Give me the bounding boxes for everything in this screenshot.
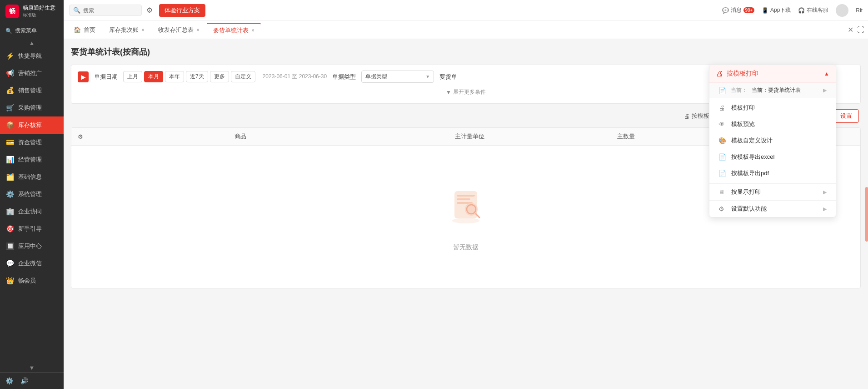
empty-text: 暂无数据 — [453, 243, 479, 252]
order-type-select[interactable]: 单据类型 ▼ — [361, 71, 434, 83]
empty-illustration — [443, 182, 489, 227]
tab-close-inventory-batch[interactable]: × — [141, 27, 145, 33]
print-dropdown-icon: 🖨 — [716, 70, 723, 78]
sidebar-scroll-up[interactable]: ▲ — [0, 38, 64, 47]
window-close-btn[interactable]: ✕ — [848, 25, 853, 34]
date-buttons: 上月 本月 本年 近7天 更多 自定义 — [123, 71, 255, 82]
operations-icon: 📊 — [5, 156, 15, 164]
wxwork-icon: 💬 — [5, 259, 15, 268]
home-icon: 🏠 — [74, 26, 81, 33]
sidebar-item-shortcut[interactable]: ⚡ 快捷导航 — [0, 47, 64, 65]
sidebar-item-finance[interactable]: 💳 资金管理 — [0, 134, 64, 151]
template-excel-icon: 📄 — [718, 153, 727, 161]
template-print-item[interactable]: 🖨 模板打印 — [709, 100, 836, 116]
topbar-search-input[interactable] — [83, 7, 138, 14]
topbar-username[interactable]: Rit — [856, 7, 863, 14]
th-goods: 商品 — [90, 132, 391, 141]
tab-inventory-batch[interactable]: 库存批次账 × — [103, 23, 151, 37]
trial-button[interactable]: 体验行业方案 — [159, 4, 205, 17]
template-pdf-item[interactable]: 📄 按模板导出pdf — [709, 165, 836, 182]
template-preview-icon: 👁 — [718, 121, 727, 128]
sidebar-item-marketing[interactable]: 📢 营销推广 — [0, 65, 64, 82]
template-excel-item[interactable]: 📄 按模板导出excel — [709, 149, 836, 165]
date-btn-last-month[interactable]: 上月 — [123, 71, 142, 82]
print-dropdown-menu: 🖨 按模板打印 ▲ 📄 当前： 当前：要货单统计表 ▶ 🖨 模板打印 👁 模板预… — [709, 65, 836, 217]
sidebar-label-inventory: 库存核算 — [18, 121, 42, 129]
filter-expand-button[interactable]: ▶ — [78, 71, 89, 82]
sidebar-label-wxwork: 企业微信 — [18, 259, 42, 268]
sidebar-label-basic: 基础信息 — [18, 173, 42, 181]
user-avatar[interactable] — [836, 4, 848, 17]
phone-icon: 📱 — [762, 7, 768, 14]
sidebar-nav: ⚡ 快捷导航 📢 营销推广 💰 销售管理 🛒 采购管理 📦 库存核算 💳 资金管… — [0, 47, 64, 363]
sidebar-item-guide[interactable]: 🎯 新手引导 — [0, 220, 64, 237]
tab-order-stats[interactable]: 要货单统计表 × — [207, 23, 261, 37]
sidebar-scroll-down[interactable]: ▼ — [0, 363, 64, 372]
template-preview-item[interactable]: 👁 模板预览 — [709, 116, 836, 132]
messages-label: 消息 — [731, 6, 742, 14]
sidebar-item-wxwork[interactable]: 💬 企业微信 — [0, 255, 64, 272]
set-default-item[interactable]: ⚙ 设置默认功能 ▶ — [709, 200, 836, 217]
tab-home[interactable]: 🏠 首页 — [67, 23, 102, 37]
speaker-bottom-icon[interactable]: 🔊 — [20, 377, 28, 384]
app-subtitle: 标准版 — [23, 12, 55, 18]
message-badge: 99+ — [743, 7, 754, 13]
current-template-item: 📄 当前： 当前：要货单统计表 ▶ — [709, 83, 836, 98]
current-template-arrow[interactable]: ▶ — [823, 87, 827, 93]
th-settings[interactable]: ⚙ — [71, 133, 90, 140]
sidebar-item-sales[interactable]: 💰 销售管理 — [0, 82, 64, 99]
tabs-bar: 🏠 首页 库存批次账 × 收发存汇总表 × 要货单统计表 × ✕ ⛶ — [64, 21, 868, 39]
dropdown-header[interactable]: 🖨 按模板打印 ▲ — [709, 65, 836, 83]
sidebar-item-inventory[interactable]: 📦 库存核算 — [0, 116, 64, 134]
current-template-value: 当前：要货单统计表 — [752, 86, 801, 94]
date-btn-this-year[interactable]: 本年 — [165, 71, 184, 82]
date-btn-custom[interactable]: 自定义 — [231, 71, 255, 82]
printer-icon: 🖨 — [684, 113, 690, 120]
app-logo-icon: 畅 — [5, 5, 19, 18]
sidebar-item-enterprise[interactable]: 🏢 企业协同 — [0, 203, 64, 220]
sidebar-item-member[interactable]: 👑 畅会员 — [0, 272, 64, 289]
date-btn-last7days[interactable]: 近7天 — [186, 71, 208, 82]
display-print-icon: 🖥 — [718, 188, 727, 196]
order-goods-label: 要货单 — [439, 73, 457, 81]
empty-icon — [443, 182, 489, 236]
topbar-gear-icon[interactable]: ⚙ — [146, 6, 153, 15]
date-btn-more[interactable]: 更多 — [210, 71, 229, 82]
sidebar-label-system: 系统管理 — [18, 190, 42, 198]
tab-close-order-stats[interactable]: × — [251, 27, 254, 34]
sidebar-item-operations[interactable]: 📊 经营管理 — [0, 151, 64, 168]
shortcut-icon: ⚡ — [5, 52, 15, 60]
window-maximize-btn[interactable]: ⛶ — [857, 26, 864, 34]
topbar-messages[interactable]: 💬 消息 99+ — [722, 6, 754, 14]
sidebar-label-sales: 销售管理 — [18, 86, 42, 95]
tab-close-receipt-summary[interactable]: × — [196, 27, 200, 33]
template-custom-item[interactable]: 🎨 模板自定义设计 — [709, 132, 836, 149]
system-icon: ⚙️ — [5, 190, 15, 198]
display-print-item[interactable]: 🖥 按显示打印 ▶ — [709, 183, 836, 200]
date-btn-current-month[interactable]: 本月 — [144, 71, 163, 82]
sidebar-search[interactable]: 🔍 搜索菜单 — [0, 23, 64, 38]
search-icon: 🔍 — [5, 28, 12, 34]
headset-icon: 🎧 — [798, 7, 805, 14]
sidebar-item-system[interactable]: ⚙️ 系统管理 — [0, 186, 64, 203]
order-type-label: 单据类型 — [332, 73, 356, 81]
dropdown-collapse-arrow[interactable]: ▲ — [824, 71, 829, 77]
sidebar-label-shortcut: 快捷导航 — [18, 52, 42, 60]
sidebar-item-basic[interactable]: 🗂️ 基础信息 — [0, 168, 64, 186]
sidebar-item-purchase[interactable]: 🛒 采购管理 — [0, 99, 64, 116]
sidebar: 畅 畅康通好生意 标准版 🔍 搜索菜单 ▲ ⚡ 快捷导航 📢 营销推广 💰 销售… — [0, 0, 64, 389]
topbar-search-icon: 🔍 — [73, 7, 80, 14]
settings-button[interactable]: 设置 — [833, 109, 859, 123]
topbar-online-service[interactable]: 🎧 在线客服 — [798, 6, 828, 14]
tab-receipt-summary[interactable]: 收发存汇总表 × — [152, 23, 206, 37]
sidebar-label-guide: 新手引导 — [18, 225, 42, 233]
topbar-search-box[interactable]: 🔍 — [69, 5, 142, 16]
appstore-icon: 🔲 — [5, 242, 15, 250]
svg-point-0 — [452, 218, 479, 223]
scrollbar-right[interactable] — [865, 187, 868, 242]
settings-bottom-icon[interactable]: ⚙️ — [5, 377, 13, 384]
topbar-app-download[interactable]: 📱 App下载 — [762, 6, 791, 14]
inventory-icon: 📦 — [5, 121, 15, 129]
set-default-arrow: ▶ — [823, 206, 827, 212]
sidebar-item-appstore[interactable]: 🔲 应用中心 — [0, 237, 64, 255]
